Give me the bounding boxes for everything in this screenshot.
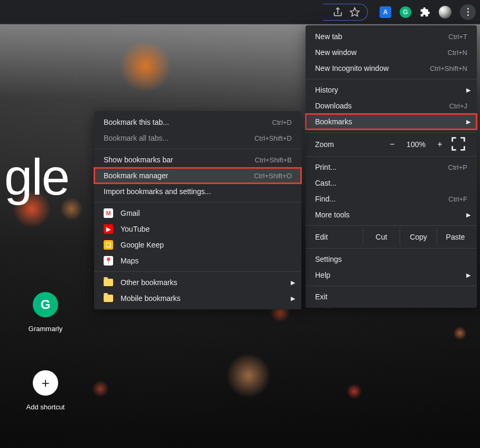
submenu-bookmark-all-tabs: Bookmark all tabs... Ctrl+Shift+D: [94, 130, 301, 146]
bookmarks-submenu: Bookmark this tab... Ctrl+D Bookmark all…: [94, 111, 301, 309]
bookmark-label: YouTube: [121, 225, 292, 233]
chrome-menu-button[interactable]: [460, 4, 476, 20]
menu-item-label: Settings: [315, 255, 467, 263]
edit-label: Edit: [315, 233, 363, 241]
bookmark-gmail[interactable]: M Gmail: [94, 205, 301, 221]
menu-edit-row: Edit Cut Copy Paste: [306, 228, 477, 245]
menu-cast[interactable]: Cast...: [306, 175, 477, 191]
shortcut-text: Ctrl+Shift+D: [254, 134, 292, 142]
menu-exit[interactable]: Exit: [306, 289, 477, 305]
menu-item-label: Bookmark all tabs...: [104, 134, 254, 142]
folder-mobile-bookmarks[interactable]: Mobile bookmarks ▶: [94, 290, 301, 306]
chrome-main-menu: New tab Ctrl+T New window Ctrl+N New Inc…: [306, 25, 477, 308]
extension-grammarly-icon[interactable]: G: [400, 6, 411, 18]
chevron-right-icon: ▶: [291, 295, 295, 302]
zoom-in-button[interactable]: +: [430, 140, 449, 149]
share-icon[interactable]: [333, 7, 343, 17]
folder-icon: [104, 279, 113, 286]
shortcut-text: Ctrl+P: [448, 163, 467, 171]
shortcut-text: Ctrl+D: [272, 118, 292, 126]
chevron-right-icon: ▶: [466, 118, 470, 125]
menu-history[interactable]: History ▶: [306, 82, 477, 98]
svg-marker-0: [350, 7, 359, 16]
menu-item-label: Downloads: [315, 102, 449, 110]
fullscreen-icon[interactable]: [449, 135, 467, 154]
folder-label: Mobile bookmarks: [121, 294, 292, 303]
menu-item-label: Print...: [315, 163, 448, 171]
zoom-out-button[interactable]: −: [383, 140, 402, 149]
shortcut-text: Ctrl+F: [448, 195, 467, 203]
menu-item-label: New window: [315, 48, 448, 57]
bookmark-label: Google Keep: [121, 241, 292, 249]
ntp-shortcut-grammarly[interactable]: G Grammarly: [16, 292, 75, 333]
bookmark-google-keep[interactable]: ❏ Google Keep: [94, 237, 301, 253]
submenu-import-bookmarks[interactable]: Import bookmarks and settings...: [94, 184, 301, 199]
menu-item-label: Bookmarks: [315, 117, 467, 126]
menu-new-tab[interactable]: New tab Ctrl+T: [306, 29, 477, 44]
menu-bookmarks[interactable]: Bookmarks ▶: [306, 114, 477, 130]
shortcut-text: Ctrl+Shift+O: [254, 172, 292, 180]
star-icon[interactable]: [349, 7, 360, 17]
submenu-bookmark-manager[interactable]: Bookmark manager Ctrl+Shift+O: [94, 168, 301, 184]
menu-more-tools[interactable]: More tools ▶: [306, 207, 477, 223]
zoom-label: Zoom: [315, 140, 383, 149]
shortcut-label: Grammarly: [16, 325, 75, 333]
menu-new-incognito[interactable]: New Incognito window Ctrl+Shift+N: [306, 60, 477, 76]
extension-translate-icon[interactable]: A: [380, 6, 391, 18]
menu-item-label: Find...: [315, 195, 448, 203]
folder-icon: [104, 295, 113, 302]
chevron-right-icon: ▶: [466, 87, 470, 94]
menu-item-label: Import bookmarks and settings...: [104, 187, 292, 196]
shortcut-text: Ctrl+J: [449, 102, 467, 110]
profile-avatar[interactable]: [439, 6, 451, 19]
shortcut-text: Ctrl+T: [448, 33, 467, 41]
zoom-value: 100%: [402, 140, 430, 149]
submenu-bookmark-this-tab[interactable]: Bookmark this tab... Ctrl+D: [94, 114, 301, 130]
grammarly-icon: G: [33, 292, 58, 317]
extensions-puzzle-icon[interactable]: [420, 7, 430, 17]
shortcut-text: Ctrl+Shift+N: [430, 65, 467, 72]
bookmark-maps[interactable]: 📍 Maps: [94, 253, 301, 269]
omnibox-actions: [323, 4, 368, 21]
keep-icon: ❏: [104, 240, 113, 250]
chevron-right-icon: ▶: [466, 272, 470, 279]
bookmark-label: Maps: [121, 257, 292, 265]
menu-item-label: Exit: [315, 292, 467, 301]
ntp-shortcut-add[interactable]: + Add shortcut: [16, 370, 75, 411]
edit-paste-button[interactable]: Paste: [437, 228, 474, 245]
menu-item-label: History: [315, 86, 467, 94]
menu-zoom-row: Zoom − 100% +: [306, 135, 477, 153]
menu-print[interactable]: Print... Ctrl+P: [306, 159, 477, 175]
menu-item-label: Show bookmarks bar: [104, 156, 255, 164]
chevron-right-icon: ▶: [466, 212, 470, 218]
edit-copy-button[interactable]: Copy: [400, 228, 437, 245]
plus-icon: +: [33, 370, 58, 396]
edit-cut-button[interactable]: Cut: [363, 228, 400, 245]
folder-label: Other bookmarks: [121, 278, 292, 287]
gmail-icon: M: [104, 208, 113, 218]
menu-item-label: Help: [315, 271, 467, 279]
menu-settings[interactable]: Settings: [306, 251, 477, 267]
menu-item-label: Bookmark manager: [104, 171, 254, 180]
menu-downloads[interactable]: Downloads Ctrl+J: [306, 98, 477, 114]
shortcut-text: Ctrl+N: [448, 49, 467, 57]
folder-other-bookmarks[interactable]: Other bookmarks ▶: [94, 275, 301, 290]
youtube-icon: ▶: [104, 224, 113, 234]
menu-item-label: Cast...: [315, 179, 467, 187]
shortcut-label: Add shortcut: [16, 403, 75, 411]
google-logo-fragment: gle: [4, 148, 69, 206]
chevron-right-icon: ▶: [291, 279, 295, 286]
menu-find[interactable]: Find... Ctrl+F: [306, 191, 477, 207]
menu-help[interactable]: Help ▶: [306, 267, 477, 283]
browser-toolbar: A G: [0, 0, 480, 24]
maps-icon: 📍: [104, 256, 113, 266]
menu-item-label: New Incognito window: [315, 64, 430, 72]
menu-item-label: More tools: [315, 211, 467, 219]
menu-item-label: New tab: [315, 32, 448, 41]
menu-item-label: Bookmark this tab...: [104, 118, 272, 126]
menu-new-window[interactable]: New window Ctrl+N: [306, 44, 477, 60]
bookmark-youtube[interactable]: ▶ YouTube: [94, 221, 301, 237]
submenu-show-bookmarks-bar[interactable]: Show bookmarks bar Ctrl+Shift+B: [94, 152, 301, 168]
bookmark-label: Gmail: [121, 209, 292, 217]
shortcut-text: Ctrl+Shift+B: [255, 156, 292, 164]
